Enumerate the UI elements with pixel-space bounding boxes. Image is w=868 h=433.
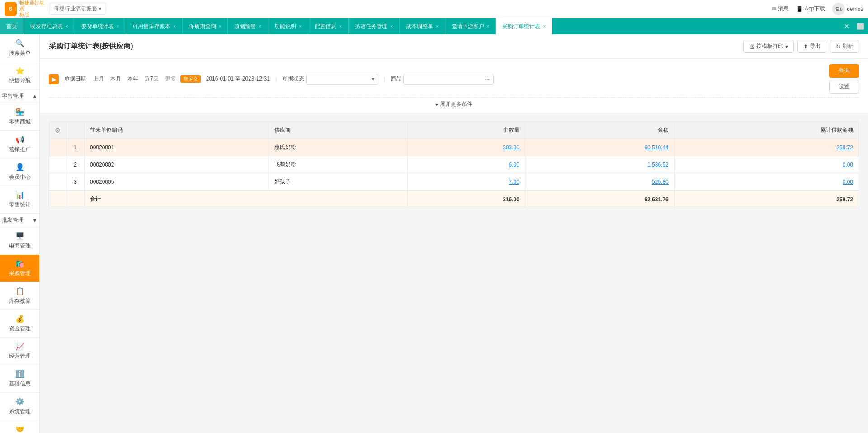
custom-date-badge[interactable]: 自定义 xyxy=(180,75,201,83)
amount-link[interactable]: 525.80 xyxy=(652,179,669,185)
close-icon[interactable]: × xyxy=(487,24,490,29)
goods-input[interactable]: ··· xyxy=(403,74,494,85)
app-download-button[interactable]: 📱 App下载 xyxy=(796,5,825,13)
sidebar-item-inventory[interactable]: 📋 库存核算 xyxy=(0,282,39,310)
sidebar-item-marketing[interactable]: 📢 营销推广 xyxy=(0,131,39,158)
shortcut-last-month[interactable]: 上月 xyxy=(91,74,106,84)
close-icon[interactable]: × xyxy=(117,24,119,29)
row-main-qty: 7.00 xyxy=(408,173,525,191)
expand-more-button[interactable]: ▾ 展开更多条件 xyxy=(49,97,859,108)
paid-link[interactable]: 0.00 xyxy=(843,179,853,185)
status-label: 单据状态 xyxy=(283,75,304,83)
sidebar-item-retail[interactable]: 零售管理 ▲ xyxy=(0,90,39,103)
shortcut-this-month[interactable]: 本月 xyxy=(108,74,123,84)
tab-goods-summary[interactable]: 要货单统计表 × xyxy=(75,18,126,34)
sidebar-item-operations[interactable]: 📈 经营管理 xyxy=(0,338,39,365)
sidebar-item-shortcut-nav[interactable]: ⭐ 快捷导航 xyxy=(0,62,39,90)
row-main-qty: 6.00 xyxy=(408,156,525,173)
close-icon[interactable]: × xyxy=(390,24,393,29)
column-paid-amount: 累计付款金额 xyxy=(674,122,859,139)
qty-link[interactable]: 6.00 xyxy=(509,162,519,168)
close-icon[interactable]: × xyxy=(219,24,222,29)
export-button[interactable]: ⬆ 导出 xyxy=(797,40,826,53)
sidebar-item-system[interactable]: ⚙️ 系统管理 xyxy=(0,393,39,420)
tab-receive-summary[interactable]: 收发存汇总表 × xyxy=(24,18,75,34)
user-profile[interactable]: Ea demo2 xyxy=(832,3,863,15)
tab-pick-task[interactable]: 拣货任务管理 × xyxy=(349,18,400,34)
sidebar-item-basic-info[interactable]: ℹ️ 基础信息 xyxy=(0,365,39,393)
settings-button[interactable]: 设置 xyxy=(829,80,859,94)
sidebar-item-retail-stats[interactable]: 📊 零售统计 xyxy=(0,186,39,214)
tab-function-desc[interactable]: 功能说明 × xyxy=(268,18,308,34)
paid-link[interactable]: 259.72 xyxy=(836,144,853,151)
sidebar-item-retail-mall[interactable]: 🏪 零售商城 xyxy=(0,103,39,131)
basic-info-icon: ℹ️ xyxy=(15,370,24,378)
workspace-selector[interactable]: 母婴行业演示账套 ▾ xyxy=(49,3,106,15)
row-serial: 2 xyxy=(66,156,85,173)
tab-expiry-query[interactable]: 保质期查询 × xyxy=(183,18,228,34)
tab-invite-downstream[interactable]: 邀请下游客户 × xyxy=(445,18,496,34)
tab-label: 保质期查询 xyxy=(189,23,216,30)
shortcut-this-year[interactable]: 本年 xyxy=(126,74,140,84)
amount-link[interactable]: 1,586.52 xyxy=(647,162,669,168)
sidebar-item-wholesale[interactable]: 批发管理 ▼ xyxy=(0,214,39,227)
tab-label: 采购订单统计表 xyxy=(502,23,540,30)
sidebar-item-ecommerce[interactable]: 🖥️ 电商管理 xyxy=(0,227,39,255)
sidebar-item-finance[interactable]: 💰 资金管理 xyxy=(0,310,39,338)
query-button[interactable]: 查询 xyxy=(829,64,859,78)
close-all-tabs-button[interactable]: ✕ xyxy=(840,21,853,32)
template-print-button[interactable]: 🖨 按模板打印 ▾ xyxy=(743,40,794,53)
row-unit-code: 00020002 xyxy=(85,156,269,173)
close-icon[interactable]: × xyxy=(339,24,342,29)
shortcut-more[interactable]: 更多 xyxy=(163,74,178,84)
tab-label: 功能说明 xyxy=(274,23,296,30)
filter-toggle-button[interactable]: ▶ xyxy=(49,74,59,84)
row-amount: 1,586.52 xyxy=(525,156,674,173)
header-actions: 🖨 按模板打印 ▾ ⬆ 导出 ↻ 刷新 xyxy=(743,40,859,53)
tab-overstock[interactable]: 超储预警 × xyxy=(228,18,268,34)
message-button[interactable]: ✉ 消息 xyxy=(772,5,789,13)
sidebar-item-member-center[interactable]: 👤 会员中心 xyxy=(0,158,39,186)
refresh-button[interactable]: ↻ 刷新 xyxy=(830,40,859,53)
close-icon[interactable]: × xyxy=(173,24,176,29)
status-filter: 单据状态 ▾ xyxy=(283,74,378,85)
qty-link[interactable]: 303.00 xyxy=(503,144,519,151)
tab-cost-adjust[interactable]: 成本调整单 × xyxy=(400,18,445,34)
tab-home[interactable]: 首页 xyxy=(0,18,24,34)
close-icon[interactable]: × xyxy=(259,24,261,29)
row-amount: 60,519.44 xyxy=(525,139,674,156)
tab-label: 收发存汇总表 xyxy=(30,23,63,30)
close-icon[interactable]: × xyxy=(436,24,439,29)
sidebar-item-search[interactable]: 🔍 搜索菜单 xyxy=(0,34,39,62)
refresh-icon: ↻ xyxy=(836,43,840,50)
close-icon[interactable]: × xyxy=(66,24,68,29)
tab-available-stock[interactable]: 可用量库存账本 × xyxy=(126,18,183,34)
tab-config-info[interactable]: 配置信息 × xyxy=(308,18,349,34)
home-tab-label: 首页 xyxy=(6,23,17,30)
close-icon[interactable]: × xyxy=(543,24,546,29)
column-amount: 金额 xyxy=(525,122,674,139)
amount-link[interactable]: 60,519.44 xyxy=(644,144,668,151)
status-select[interactable]: ▾ xyxy=(306,74,378,85)
nav-tabs: 首页 收发存汇总表 × 要货单统计表 × 可用量库存账本 × 保质期查询 × 超… xyxy=(0,18,868,34)
top-right: ✉ 消息 📱 App下载 Ea demo2 xyxy=(772,3,863,15)
qty-link[interactable]: 7.00 xyxy=(509,179,519,185)
row-unit-code: 00020005 xyxy=(85,173,269,191)
close-icon[interactable]: × xyxy=(299,24,302,29)
row-settings-cell xyxy=(49,173,66,191)
tab-label: 成本调整单 xyxy=(406,23,433,30)
shortcut-last-7-days[interactable]: 近7天 xyxy=(143,74,160,84)
chevron-down-icon: ▾ xyxy=(99,6,101,11)
tab-purchase-summary[interactable]: 采购订单统计表 × xyxy=(496,18,552,34)
column-settings[interactable]: ⚙ xyxy=(49,122,66,139)
restore-tabs-button[interactable]: ⬜ xyxy=(853,21,868,32)
paid-link[interactable]: 0.00 xyxy=(843,162,853,168)
column-unit-code: 往来单位编码 xyxy=(85,122,269,139)
footer-main-qty: 316.00 xyxy=(408,190,525,208)
table-body: 1 00020001 惠氏奶粉 303.00 60,519.44 259.72 … xyxy=(49,139,859,191)
search-icon: 🔍 xyxy=(15,39,24,48)
column-settings-icon[interactable]: ⚙ xyxy=(55,127,61,134)
sidebar-item-enterprise[interactable]: 🤝 企业协同 xyxy=(0,420,39,433)
sidebar-item-purchase[interactable]: 🛍️ 采购管理 xyxy=(0,255,39,282)
sidebar: 🔍 搜索菜单 ⭐ 快捷导航 零售管理 ▲ 🏪 零售商城 📢 营销推广 👤 会员中… xyxy=(0,34,40,433)
